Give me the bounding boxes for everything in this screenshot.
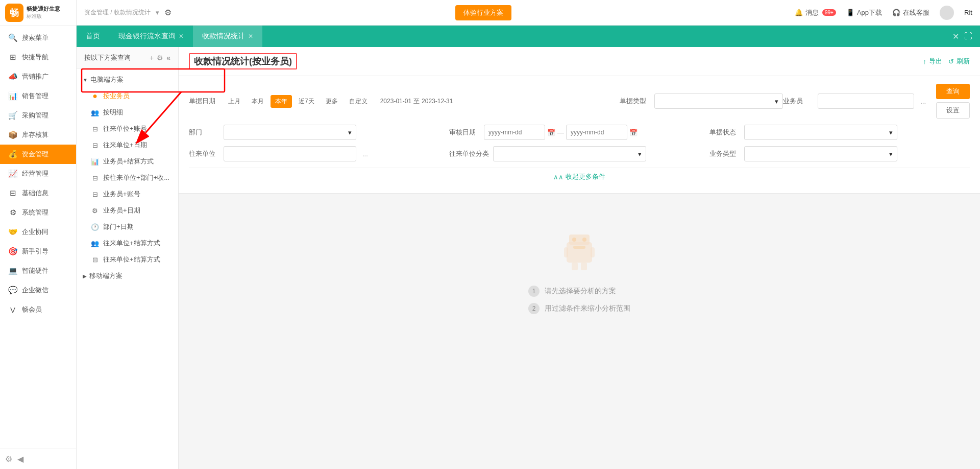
breadcrumb-dropdown-icon[interactable]: ▾ [156,9,159,16]
sidebar-item-inventory[interactable]: 📦 库存核算 [0,125,76,145]
date-tab-thisyear[interactable]: 本年 [271,95,292,108]
header-right: 🔔 消息 99+ 📱 App下载 🎧 在线客服 Rit [795,6,972,20]
operation-icon: 📈 [8,169,18,178]
header-settings-icon[interactable]: ⚙ [164,8,172,17]
audit-calendar-start-icon[interactable]: 📅 [547,129,555,136]
sidebar-settings-icon[interactable]: ⚙ [5,454,12,464]
refresh-button[interactable]: ↺ 刷新 [948,57,970,66]
tab-bank[interactable]: 现金银行流水查询 ✕ [109,26,193,47]
mobile-group-expand-icon: ▶ [83,273,87,279]
sidebar-item-sales[interactable]: 📊 销售管理 [0,86,76,106]
sidebar-item-quicknav[interactable]: ⊞ 快捷导航 [0,48,76,67]
sidebar-item-marketing[interactable]: 📣 营销推广 [0,67,76,86]
notification-icon: 🔔 [795,9,803,16]
scheme-partner-settle1[interactable]: 👥 往来单位+结算方式 [77,235,178,251]
step-1-text: 请先选择要分析的方案 [545,287,616,296]
partner-cat-arrow: ▾ [638,150,642,158]
scheme-partner-account[interactable]: ⊟ 往来单位+账号 [77,121,178,137]
group-expand-icon: ▼ [83,77,88,83]
page-header: 收款情况统计(按业务员) ↑ 导出 ↺ 刷新 [179,47,980,76]
scheme-dept-date[interactable]: 🕐 部门+日期 [77,219,178,235]
salesperson-more-icon[interactable]: ... [920,98,926,105]
notification-area[interactable]: 🔔 消息 99+ [795,8,836,17]
close-all-icon[interactable]: ✕ [952,32,959,41]
mobile-group-label[interactable]: ▶ 移动端方案 [77,268,178,284]
audit-calendar-end-icon[interactable]: 📅 [629,129,638,136]
audit-date-start[interactable] [484,125,545,140]
voucher-type-select[interactable]: ▾ [654,93,783,109]
sidebar-item-hardware[interactable]: 💻 智能硬件 [0,261,76,280]
query-button[interactable]: 查询 [936,84,970,99]
sidebar-footer: ⚙ ◀‍ [0,449,76,469]
online-service-link[interactable]: 🎧 在线客服 [892,8,929,17]
tab-receipt-close[interactable]: ✕ [248,33,253,40]
sidebar-item-corp[interactable]: 🤝 企业协同 [0,222,76,242]
partner-more-icon[interactable]: ... [362,150,368,158]
sidebar-item-guide[interactable]: 🎯 新手引导 [0,242,76,261]
sidebar-item-purchase[interactable]: 🛒 采购管理 [0,106,76,125]
sidebar-item-operation[interactable]: 📈 经营管理 [0,164,76,183]
scheme-settings-icon[interactable]: ⚙ [157,54,163,62]
logo-icon: 畅 [5,4,23,22]
sidebar-collapse-icon[interactable]: ◀‍ [17,454,23,464]
add-scheme-icon[interactable]: + [150,54,154,62]
salesperson-select[interactable] [818,93,914,109]
avatar[interactable] [940,6,954,20]
scheme-salesperson-account[interactable]: ⊟ 业务员+账号 [77,186,178,202]
voucher-status-select[interactable]: ▾ [744,125,897,140]
tab-bank-close[interactable]: ✕ [179,33,184,40]
dept-select[interactable]: ▾ [224,125,356,140]
date-tab-lastmonth[interactable]: 上月 [224,95,245,108]
select-arrow-icon: ▾ [775,98,778,105]
app-download-link[interactable]: 📱 App下载 [846,8,882,17]
scheme-partner-dept[interactable]: ⊟ 按往来单位+部门+收... [77,170,178,186]
breadcrumb: 资金管理 / 收款情况统计 [84,8,151,17]
empty-step-2: 2 用过滤条件来缩小分析范围 [528,303,630,314]
tab-home[interactable]: 首页 [77,26,109,47]
scheme-by-salesperson[interactable]: ● 按业务员 [77,88,178,104]
sidebar-item-wechat[interactable]: 💬 企业微信 [0,280,76,300]
scheme-partner-settle2[interactable]: ⊟ 往来单位+结算方式 [77,251,178,268]
business-type-select[interactable]: ▾ [744,146,897,161]
svg-rect-8 [581,263,587,270]
page-title: 收款情况统计(按业务员) [189,53,297,69]
sidebar-item-basic[interactable]: ⊟ 基础信息 [0,183,76,203]
salesperson-scheme-icon: ● [91,92,99,100]
date-tab-thismonth[interactable]: 本月 [247,95,268,108]
collapse-filter-button[interactable]: ∧∧ 收起更多条件 [549,168,609,185]
data-area: 1 请先选择要分析的方案 2 用过滤条件来缩小分析范围 [179,194,980,469]
desktop-group-label[interactable]: ▼ 电脑端方案 [77,72,178,88]
empty-state: 1 请先选择要分析的方案 2 用过滤条件来缩小分析范围 [528,194,630,345]
collapse-panel-icon[interactable]: « [166,54,170,62]
inventory-icon: 📦 [8,130,18,139]
step-1-number: 1 [528,286,540,297]
export-button[interactable]: ↑ 导出 [923,57,943,66]
notification-badge: 99+ [822,9,836,16]
scheme-salesperson-date[interactable]: ⚙ 业务员+日期 [77,202,178,219]
trial-button[interactable]: 体验行业方案 [455,5,511,20]
scheme-by-detail[interactable]: 👥 按明细 [77,104,178,121]
svg-rect-7 [572,263,578,270]
finance-icon: 💰 [8,150,18,159]
mobile-group-label-text: 移动端方案 [89,271,122,280]
date-tab-7days[interactable]: 近7天 [294,95,319,108]
left-panel-actions: + ⚙ « [150,54,170,62]
partner-select[interactable] [224,146,356,161]
scheme-partner-date[interactable]: ⊟ 往来单位+日期 [77,137,178,153]
sidebar-item-search[interactable]: 🔍 搜索菜单 [0,28,76,48]
tab-receipt[interactable]: 收款情况统计 ✕ [193,26,262,47]
sidebar-item-member[interactable]: V 畅会员 [0,300,76,319]
sidebar-item-finance[interactable]: 💰 资金管理 [0,145,76,164]
audit-date-end[interactable] [566,125,627,140]
partner-category-select[interactable]: ▾ [493,146,646,161]
date-tab-custom[interactable]: 自定义 [345,95,372,108]
settings-button[interactable]: 设置 [936,102,970,119]
filter-partner: 往来单位 ... [189,146,449,161]
maximize-icon[interactable]: ⛶ [964,32,972,41]
date-tab-more[interactable]: 更多 [321,95,342,108]
partner-settle2-icon: ⊟ [91,255,99,264]
business-type-arrow: ▾ [889,150,893,158]
sidebar-item-system[interactable]: ⚙ 系统管理 [0,203,76,222]
scheme-salesperson-settle[interactable]: 📊 业务员+结算方式 [77,153,178,170]
filter-row-3: 往来单位 ... 往来单位分类 ▾ 业务类型 [189,146,970,161]
